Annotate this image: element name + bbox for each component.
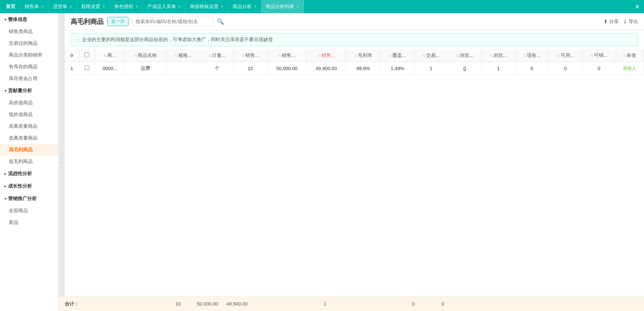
tab-template[interactable]: 单据模板设置 × — [186, 0, 228, 13]
close-icon[interactable]: × — [136, 4, 138, 9]
footer-totals-bar: 合计： 10 50,000.00 49,900.00 1 0 0 — [59, 296, 644, 311]
row-checkbox[interactable] — [79, 62, 95, 75]
col-code[interactable]: ⇅商... — [95, 49, 125, 62]
main-layout: ▾ 整体信息 销售类商品 交易过的商品 商品分类助销率 有库存的商品 库存资金占… — [0, 13, 644, 311]
close-icon[interactable]: × — [296, 4, 299, 9]
share-button[interactable]: ⬆ 分享 — [604, 18, 619, 25]
sidebar-item-high-dev[interactable]: 高离差量商品 — [0, 120, 58, 132]
sidebar-item-stock-goods[interactable]: 有库存的商品 — [0, 61, 58, 73]
tab-goods-analysis-list[interactable]: 商品分析列表 × — [261, 0, 304, 13]
sidebar-item-low-margin[interactable]: 低毛利商品 — [0, 156, 58, 167]
close-icon[interactable]: × — [69, 4, 72, 9]
col-saleable-stock[interactable]: ⇅可销... — [582, 49, 616, 62]
sidebar-collapse-button[interactable]: ‹ — [59, 13, 65, 311]
table-container[interactable]: ⚙ ⇅商... ⇅商品名称 ⇅规格... ⇅计量... ⇅销售... ⇅销售..… — [65, 49, 644, 296]
col-margin-rate[interactable]: ⇅毛利率 — [346, 49, 381, 62]
footer-sales-cost: 49,900.00 — [222, 301, 252, 307]
top-navigation: 首页 销售单 × 进货单 × 权限设置 × 角色授权 × 产成品入库单 × 单据… — [0, 0, 644, 13]
share-icon: ⬆ — [604, 19, 608, 24]
col-sales-cost[interactable]: ⇅销售... — [306, 49, 346, 62]
close-icon[interactable]: × — [178, 4, 181, 9]
content-area: 高毛利商品 近一月 🔍 ⬆ 分享 ⤓ 导出 ☆ 企业的主要的利润都是这部分商品创… — [65, 13, 644, 311]
search-button[interactable]: 🔍 — [217, 18, 224, 25]
row-current-stock: 0 — [515, 62, 548, 75]
close-icon[interactable]: × — [221, 4, 223, 9]
sidebar-item-low-dev[interactable]: 低离差量商品 — [0, 132, 58, 144]
col-browse2[interactable]: ⇅浏览... — [482, 49, 515, 62]
select-all-checkbox[interactable] — [84, 53, 89, 57]
col-coverage[interactable]: ⇅覆盖... — [381, 49, 414, 62]
tab-home[interactable]: 首页 — [1, 0, 20, 13]
chevron-down-icon: ▾ — [4, 88, 7, 93]
col-sales-amount[interactable]: ⇅销售... — [267, 49, 306, 62]
row-index: 1 — [65, 62, 79, 75]
row-code: 0000... — [95, 62, 125, 75]
close-icon[interactable]: × — [254, 4, 256, 9]
header-actions: ⬆ 分享 ⤓ 导出 — [604, 18, 638, 25]
sidebar-section-marketing[interactable]: ▾ 营销推广分析 — [0, 192, 58, 205]
sidebar-item-high-margin[interactable]: 高毛利商品 — [0, 144, 58, 156]
export-icon: ⤓ — [623, 19, 627, 24]
sidebar-item-stock-capital[interactable]: 库存资金占用 — [0, 73, 58, 84]
row-browse1[interactable]: 0 — [448, 62, 481, 75]
close-icon[interactable]: × — [102, 4, 105, 9]
col-available-stock[interactable]: ⇅可用... — [548, 49, 582, 62]
chevron-down-icon: ▾ — [4, 17, 7, 22]
sidebar-section-growth[interactable]: ▸ 成长性分析 — [0, 180, 58, 192]
col-unit[interactable]: ⇅计量... — [200, 49, 233, 62]
col-current-stock[interactable]: ⇅现有... — [515, 49, 548, 62]
chevron-down-icon: ▾ — [4, 196, 7, 201]
footer-cells: 10 50,000.00 49,900.00 1 0 0 — [90, 301, 638, 307]
close-all-button[interactable]: ✕ — [635, 3, 643, 10]
footer-spacer3 — [340, 301, 399, 307]
sidebar-item-traded-goods[interactable]: 交易过的商品 — [0, 37, 58, 49]
sidebar-item-sales-goods[interactable]: 销售类商品 — [0, 26, 58, 37]
sidebar-item-new-goods[interactable]: 新品 — [0, 217, 58, 228]
row-coverage: 1.49% — [381, 62, 414, 75]
row-available-stock: 0 — [548, 62, 582, 75]
filter-period-button[interactable]: 近一月 — [107, 17, 129, 26]
footer-sales-amount: 50,000.00 — [193, 301, 222, 307]
col-trade-count[interactable]: ⇅交易... — [414, 49, 448, 62]
row-tag: 高收入 — [616, 62, 644, 75]
goods-table: ⚙ ⇅商... ⇅商品名称 ⇅规格... ⇅计量... ⇅销售... ⇅销售..… — [65, 49, 644, 75]
info-icon: ☆ — [75, 37, 80, 43]
sidebar-section-contribution[interactable]: ▾ 贡献量分析 — [0, 84, 58, 97]
footer-trade-count: 1 — [310, 301, 340, 307]
sidebar-item-all-goods[interactable]: 全部商品 — [0, 205, 58, 217]
row-unit: 个 — [200, 62, 233, 75]
col-sales-qty[interactable]: ⇅销售... — [234, 49, 267, 62]
footer-label: 合计： — [65, 301, 79, 307]
col-checkbox[interactable] — [79, 49, 95, 62]
content-header: 高毛利商品 近一月 🔍 ⬆ 分享 ⤓ 导出 — [65, 13, 644, 30]
sidebar-section-overall[interactable]: ▾ 整体信息 — [0, 13, 58, 26]
footer-current-stock: 0 — [399, 301, 428, 307]
row-sales-cost: 49,900.00 — [306, 62, 346, 75]
sidebar-item-category-rate[interactable]: 商品分类助销率 — [0, 49, 58, 61]
tab-permission[interactable]: 权限设置 × — [77, 0, 110, 13]
col-name[interactable]: ⇅商品名称 — [125, 49, 166, 62]
close-icon[interactable]: × — [41, 4, 44, 9]
col-browse1[interactable]: ⇅浏览... — [448, 49, 481, 62]
footer-spacer2 — [252, 301, 310, 307]
col-spec[interactable]: ⇅规格... — [166, 49, 200, 62]
tab-sales[interactable]: 销售单 × — [20, 0, 48, 13]
sidebar: ▾ 整体信息 销售类商品 交易过的商品 商品分类助销率 有库存的商品 库存资金占… — [0, 13, 59, 311]
tab-goods-analysis[interactable]: 商品分析 × — [228, 0, 261, 13]
sidebar-item-high-value[interactable]: 高价值商品 — [0, 97, 58, 109]
row-trade-count: 1 — [414, 62, 448, 75]
tab-product-in[interactable]: 产成品入库单 × — [143, 0, 186, 13]
col-settings[interactable]: ⚙ — [65, 49, 79, 62]
sidebar-section-flow[interactable]: ▸ 流趋性分析 — [0, 167, 58, 180]
sidebar-item-low-value[interactable]: 低价值商品 — [0, 109, 58, 120]
col-tag[interactable]: ⇅标签 — [616, 49, 644, 62]
row-select-checkbox[interactable] — [84, 65, 89, 70]
table-row: 1 0000... 运费 个 10 50,000.00 49,900.00 99… — [65, 62, 644, 75]
footer-available-stock: 0 — [428, 301, 457, 307]
tab-purchase[interactable]: 进货单 × — [48, 0, 77, 13]
row-sales-qty: 10 — [234, 62, 267, 75]
tab-role[interactable]: 角色授权 × — [110, 0, 143, 13]
row-margin-rate: 99.8% — [346, 62, 381, 75]
search-input[interactable] — [132, 17, 213, 26]
export-button[interactable]: ⤓ 导出 — [623, 18, 638, 25]
